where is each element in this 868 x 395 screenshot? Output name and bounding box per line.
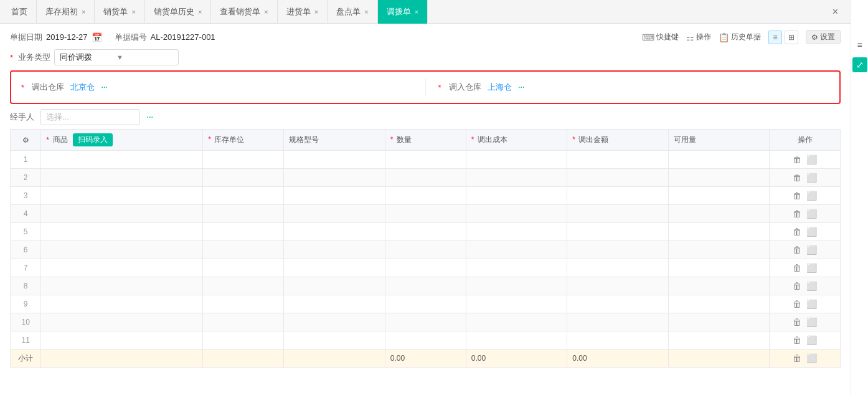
cell-amount[interactable] [567, 223, 668, 241]
copy-subtotal-button[interactable]: ⬜ [805, 352, 818, 364]
window-close-button[interactable]: × [825, 6, 846, 17]
cell-quantity[interactable] [385, 277, 466, 295]
scan-entry-button[interactable]: 扫码录入 [73, 133, 113, 146]
col-gear[interactable]: ⚙ [11, 130, 41, 151]
cell-unit[interactable] [203, 241, 284, 259]
cell-spec[interactable] [284, 223, 385, 241]
calendar-icon[interactable]: 📅 [92, 32, 102, 42]
cell-cost[interactable] [466, 223, 567, 241]
copy-row-button[interactable]: ⬜ [805, 207, 818, 220]
copy-row-button[interactable]: ⬜ [805, 280, 818, 292]
close-icon[interactable]: × [364, 8, 368, 16]
close-icon[interactable]: × [415, 8, 418, 16]
cell-spec[interactable] [284, 313, 385, 331]
tab-transfer[interactable]: 调拨单 × [378, 0, 428, 24]
cell-quantity[interactable] [385, 313, 466, 331]
copy-row-button[interactable]: ⬜ [805, 262, 818, 274]
settings-button[interactable]: ⚙ 设置 [806, 30, 841, 44]
cell-available[interactable] [668, 151, 769, 169]
cell-spec[interactable] [284, 277, 385, 295]
delete-row-button[interactable]: 🗑 [791, 262, 803, 274]
cell-spec[interactable] [284, 169, 385, 187]
cell-amount[interactable] [567, 241, 668, 259]
cell-amount[interactable] [567, 259, 668, 277]
cell-quantity[interactable] [385, 205, 466, 223]
copy-row-button[interactable]: ⬜ [805, 153, 818, 166]
cell-unit[interactable] [203, 259, 284, 277]
grid-btn-list[interactable]: ≡ [768, 31, 782, 44]
gear-icon[interactable]: ⚙ [22, 136, 29, 145]
cell-unit[interactable] [203, 313, 284, 331]
cell-product[interactable] [41, 277, 203, 295]
cell-available[interactable] [668, 313, 769, 331]
cell-amount[interactable] [567, 295, 668, 313]
cell-product[interactable] [41, 331, 203, 350]
cell-amount[interactable] [567, 331, 668, 350]
cell-unit[interactable] [203, 169, 284, 187]
sidebar-list-icon[interactable]: ≡ [852, 37, 867, 52]
cell-cost[interactable] [466, 259, 567, 277]
tab-purchase[interactable]: 进货单 × [278, 0, 328, 24]
close-icon[interactable]: × [264, 8, 268, 16]
copy-row-button[interactable]: ⬜ [805, 316, 818, 328]
operations-btn[interactable]: ⚏ 操作 [686, 32, 711, 42]
cell-product[interactable] [41, 205, 203, 223]
cell-unit[interactable] [203, 205, 284, 223]
cell-product[interactable] [41, 259, 203, 277]
copy-row-button[interactable]: ⬜ [805, 334, 818, 346]
cell-product[interactable] [41, 187, 203, 205]
sidebar-expand-icon[interactable]: ⤢ [852, 57, 867, 72]
cell-quantity[interactable] [385, 151, 466, 169]
cell-available[interactable] [668, 277, 769, 295]
tab-home[interactable]: 首页 [5, 0, 37, 24]
cell-cost[interactable] [466, 187, 567, 205]
date-value[interactable]: 2019-12-27 [46, 32, 88, 42]
cell-cost[interactable] [466, 295, 567, 313]
delete-subtotal-button[interactable]: 🗑 [791, 352, 803, 364]
cell-quantity[interactable] [385, 223, 466, 241]
cell-spec[interactable] [284, 295, 385, 313]
cell-available[interactable] [668, 187, 769, 205]
cell-available[interactable] [668, 241, 769, 259]
delete-row-button[interactable]: 🗑 [791, 334, 803, 346]
person-select[interactable]: 选择... [40, 109, 140, 125]
person-more-icon[interactable]: ··· [146, 112, 153, 123]
cell-product[interactable] [41, 241, 203, 259]
tab-sales-history[interactable]: 销货单历史 × [145, 0, 211, 24]
delete-row-button[interactable]: 🗑 [791, 171, 803, 184]
cell-quantity[interactable] [385, 241, 466, 259]
copy-row-button[interactable]: ⬜ [805, 189, 818, 202]
cell-unit[interactable] [203, 223, 284, 241]
cell-unit[interactable] [203, 295, 284, 313]
shortcuts-btn[interactable]: ⌨ 快捷键 [642, 32, 679, 42]
cell-cost[interactable] [466, 313, 567, 331]
cell-cost[interactable] [466, 169, 567, 187]
cell-spec[interactable] [284, 331, 385, 350]
delete-row-button[interactable]: 🗑 [791, 153, 803, 166]
delete-row-button[interactable]: 🗑 [791, 298, 803, 310]
cell-available[interactable] [668, 205, 769, 223]
cell-product[interactable] [41, 223, 203, 241]
cell-spec[interactable] [284, 259, 385, 277]
cell-amount[interactable] [567, 169, 668, 187]
copy-row-button[interactable]: ⬜ [805, 244, 818, 256]
copy-row-button[interactable]: ⬜ [805, 226, 818, 238]
cell-amount[interactable] [567, 205, 668, 223]
cell-spec[interactable] [284, 151, 385, 169]
cell-spec[interactable] [284, 241, 385, 259]
delete-row-button[interactable]: 🗑 [791, 280, 803, 292]
delete-row-button[interactable]: 🗑 [791, 316, 803, 328]
cell-amount[interactable] [567, 187, 668, 205]
cell-quantity[interactable] [385, 295, 466, 313]
tab-stocktake[interactable]: 盘点单 × [328, 0, 377, 24]
cell-cost[interactable] [466, 205, 567, 223]
cell-cost[interactable] [466, 151, 567, 169]
cell-spec[interactable] [284, 187, 385, 205]
cell-product[interactable] [41, 313, 203, 331]
copy-row-button[interactable]: ⬜ [805, 298, 818, 310]
transfer-out-more-icon[interactable]: ··· [101, 82, 107, 93]
cell-available[interactable] [668, 331, 769, 350]
cell-quantity[interactable] [385, 331, 466, 350]
cell-quantity[interactable] [385, 259, 466, 277]
close-icon[interactable]: × [314, 8, 318, 16]
